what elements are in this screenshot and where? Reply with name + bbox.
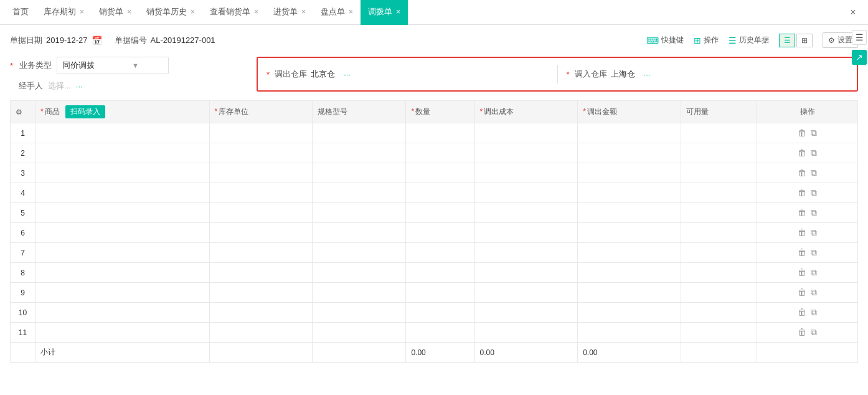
- cell-product[interactable]: [35, 283, 210, 303]
- tab-close-sales-history[interactable]: ×: [191, 7, 195, 16]
- cell-available[interactable]: [681, 143, 757, 163]
- cell-spec[interactable]: [313, 203, 406, 223]
- delete-icon[interactable]: 🗑: [798, 168, 806, 178]
- cell-quantity[interactable]: [406, 243, 474, 263]
- tab-close-inventory-init[interactable]: ×: [80, 7, 84, 16]
- tab-purchase-order[interactable]: 进货单 ×: [266, 0, 313, 25]
- tab-inventory-init[interactable]: 库存期初 ×: [36, 0, 92, 25]
- cell-unit[interactable]: [209, 283, 313, 303]
- cell-cost[interactable]: [474, 323, 578, 343]
- cell-spec[interactable]: [313, 223, 406, 243]
- business-type-select[interactable]: 同价调拨 ▼: [57, 57, 169, 74]
- cell-quantity[interactable]: [406, 283, 474, 303]
- cell-quantity[interactable]: [406, 163, 474, 183]
- cell-available[interactable]: [681, 163, 757, 183]
- cell-product[interactable]: [35, 323, 210, 343]
- tab-sales-history[interactable]: 销货单历史 ×: [139, 0, 202, 25]
- view-btn-grid[interactable]: ⊞: [796, 34, 813, 47]
- cell-quantity[interactable]: [406, 263, 474, 283]
- cell-unit[interactable]: [209, 143, 313, 163]
- cell-amount[interactable]: [578, 323, 681, 343]
- cell-available[interactable]: [681, 323, 757, 343]
- operation-action[interactable]: ⊞ 操作: [694, 35, 719, 45]
- tab-bar-close-button[interactable]: ×: [843, 2, 863, 22]
- copy-icon[interactable]: ⧉: [811, 207, 817, 217]
- cell-product[interactable]: [35, 183, 210, 203]
- transfer-in-more-btn[interactable]: ···: [644, 70, 651, 79]
- cell-spec[interactable]: [313, 143, 406, 163]
- copy-icon[interactable]: ⧉: [811, 287, 817, 297]
- cell-product[interactable]: [35, 203, 210, 223]
- cell-unit[interactable]: [209, 123, 313, 143]
- delete-icon[interactable]: 🗑: [798, 128, 806, 138]
- cell-spec[interactable]: [313, 183, 406, 203]
- tab-close-purchase-order[interactable]: ×: [301, 7, 306, 16]
- person-select[interactable]: 选择... ···: [48, 80, 83, 92]
- cell-cost[interactable]: [474, 263, 578, 283]
- delete-icon[interactable]: 🗑: [798, 287, 806, 297]
- cell-unit[interactable]: [209, 243, 313, 263]
- copy-icon[interactable]: ⧉: [811, 227, 817, 237]
- cell-available[interactable]: [681, 303, 757, 323]
- cell-quantity[interactable]: [406, 323, 474, 343]
- cell-spec[interactable]: [313, 263, 406, 283]
- copy-icon[interactable]: ⧉: [811, 188, 817, 198]
- shortcut-action[interactable]: ⌨ 快捷键: [646, 35, 684, 45]
- history-action[interactable]: ☰ 历史单据: [729, 35, 769, 45]
- tab-transfer[interactable]: 调拨单 ×: [361, 0, 408, 25]
- cell-spec[interactable]: [313, 163, 406, 183]
- cell-quantity[interactable]: [406, 183, 474, 203]
- cell-available[interactable]: [681, 263, 757, 283]
- tab-home[interactable]: 首页: [5, 0, 36, 25]
- cell-quantity[interactable]: [406, 143, 474, 163]
- cell-cost[interactable]: [474, 243, 578, 263]
- tab-view-sales[interactable]: 查看销货单 ×: [202, 0, 266, 25]
- cell-unit[interactable]: [209, 223, 313, 243]
- cell-cost[interactable]: [474, 123, 578, 143]
- cell-amount[interactable]: [578, 283, 681, 303]
- transfer-out-more-btn[interactable]: ···: [344, 70, 351, 79]
- tab-close-inventory-count[interactable]: ×: [349, 7, 353, 16]
- cell-spec[interactable]: [313, 123, 406, 143]
- cell-spec[interactable]: [313, 303, 406, 323]
- copy-icon[interactable]: ⧉: [811, 128, 817, 138]
- cell-unit[interactable]: [209, 263, 313, 283]
- cell-product[interactable]: [35, 163, 210, 183]
- cell-product[interactable]: [35, 263, 210, 283]
- cell-amount[interactable]: [578, 143, 681, 163]
- cell-product[interactable]: [35, 123, 210, 143]
- delete-icon[interactable]: 🗑: [798, 247, 806, 257]
- delete-icon[interactable]: 🗑: [798, 188, 806, 198]
- scan-button[interactable]: 扫码录入: [65, 105, 105, 118]
- cell-cost[interactable]: [474, 223, 578, 243]
- cell-amount[interactable]: [578, 203, 681, 223]
- tab-close-transfer[interactable]: ×: [396, 7, 400, 16]
- tab-close-view-sales[interactable]: ×: [254, 7, 258, 16]
- cell-product[interactable]: [35, 243, 210, 263]
- cell-amount[interactable]: [578, 163, 681, 183]
- delete-icon[interactable]: 🗑: [798, 227, 806, 237]
- copy-icon[interactable]: ⧉: [811, 148, 817, 158]
- cell-quantity[interactable]: [406, 203, 474, 223]
- delete-icon[interactable]: 🗑: [798, 267, 806, 277]
- cell-spec[interactable]: [313, 283, 406, 303]
- cell-cost[interactable]: [474, 163, 578, 183]
- cell-unit[interactable]: [209, 203, 313, 223]
- calendar-icon[interactable]: 📅: [92, 36, 102, 45]
- delete-icon[interactable]: 🗑: [798, 327, 806, 337]
- cell-amount[interactable]: [578, 263, 681, 283]
- cell-unit[interactable]: [209, 163, 313, 183]
- tab-close-sales-order[interactable]: ×: [127, 7, 131, 16]
- delete-icon[interactable]: 🗑: [798, 307, 806, 317]
- cell-amount[interactable]: [578, 303, 681, 323]
- cell-product[interactable]: [35, 303, 210, 323]
- cell-cost[interactable]: [474, 303, 578, 323]
- tab-inventory-count[interactable]: 盘点单 ×: [313, 0, 361, 25]
- cell-quantity[interactable]: [406, 123, 474, 143]
- sidebar-list-icon[interactable]: ☰: [852, 30, 867, 45]
- tab-sales-order[interactable]: 销货单 ×: [92, 0, 139, 25]
- cell-amount[interactable]: [578, 183, 681, 203]
- sidebar-export-icon[interactable]: ↗: [852, 50, 867, 65]
- delete-icon[interactable]: 🗑: [798, 207, 806, 217]
- cell-amount[interactable]: [578, 223, 681, 243]
